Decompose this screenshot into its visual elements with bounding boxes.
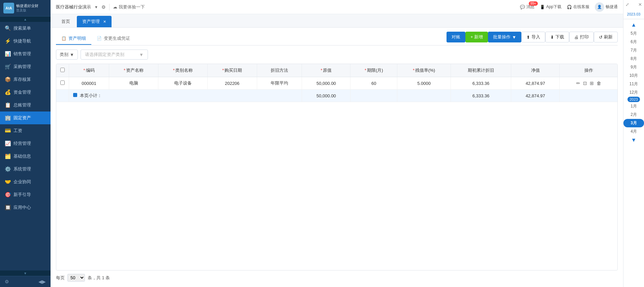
edit-button[interactable]: ✏ [576, 81, 580, 86]
asset-table: *编码 *资产名称 *类别名称 *购买日期 折旧方法 *原值 *期限(月) *残… [56, 64, 617, 102]
sidebar-item-inventory[interactable]: 📦 库存核算 [0, 73, 51, 86]
topbar: 医疗器械行业演示 ▼ ⚙ ☁ 我要体验一下 💬 消息 99+ 📱 App下载 🎧… [51, 0, 623, 14]
subtotal-accumulated-depreciation: 6,333.36 [451, 90, 511, 102]
tab-close-icon[interactable]: ✕ [103, 20, 106, 24]
month-12[interactable]: 12月 [623, 88, 644, 97]
import-button[interactable]: ⬆ 导入 [521, 32, 545, 42]
subtotal-net-value: 42,874.97 [511, 90, 560, 102]
panel-year-label: 2023.03 [623, 11, 644, 19]
finance-icon: 💰 [5, 89, 11, 95]
dl-icon: ⬇ [550, 35, 554, 40]
print-button[interactable]: 🖨 打印 [569, 32, 594, 42]
row-category: 电子设备 [158, 77, 208, 90]
sidebar-item-quick-nav[interactable]: ⚡ 快捷导航 [0, 35, 51, 47]
month-3-current[interactable]: 3月 [623, 119, 644, 127]
month-4[interactable]: 4月 [623, 127, 644, 136]
th-code: *编码 [69, 64, 109, 77]
batch-dropdown-icon: ▼ [512, 35, 516, 40]
sidebar-item-enterprise[interactable]: 🤝 企业协同 [0, 176, 51, 188]
customer-service-button[interactable]: 🎧 在线客服 [567, 4, 589, 10]
subtotal-row: 本页小计： 50,000.00 6,333.36 42,874.97 [56, 90, 617, 102]
collapse-icon[interactable]: ◀▶ [38, 279, 46, 284]
row-asset-name: 电脑 [109, 77, 158, 90]
panel-close-icon[interactable]: ✕ [638, 2, 642, 7]
company-dropdown-icon[interactable]: ▼ [94, 5, 98, 9]
tab-asset-mgmt[interactable]: 资产管理 ✕ [77, 16, 112, 27]
sidebar-item-purchase[interactable]: 🛒 采购管理 [0, 60, 51, 73]
asset-table-wrap: *编码 *资产名称 *类别名称 *购买日期 折旧方法 *原值 *期限(月) *残… [56, 64, 618, 270]
user-menu[interactable]: 👤 畅捷通 [595, 2, 618, 12]
filter-select-arrow: ▼ [70, 52, 74, 57]
per-page-select[interactable]: 50 10 20 100 [67, 274, 85, 282]
month-11[interactable]: 11月 [623, 80, 644, 88]
row-depreciation-method: 年限平均 [257, 77, 302, 90]
filter-bar: 类别 ▼ 请选择固定资产类别 ▼ [56, 50, 618, 60]
sidebar-item-app-center[interactable]: 🔲 应用中心 [0, 201, 51, 214]
th-actions: 操作 [560, 64, 617, 77]
settings-icon[interactable]: ⚙ [5, 279, 9, 284]
sidebar-item-operations[interactable]: 📈 经营管理 [0, 137, 51, 150]
month-1[interactable]: 1月 [623, 102, 644, 110]
subtabs: 📋 资产明细 📄 变更生成凭证 对账 + 新增 批量操作 ▼ ⬆ 导入 [56, 32, 618, 45]
subtab-change-voucher[interactable]: 📄 变更生成凭证 [91, 33, 135, 45]
month-9[interactable]: 9月 [623, 63, 644, 71]
row-actions: ✏ ⊡ ⊞ 🗑 [560, 77, 617, 90]
subtab-asset-detail[interactable]: 📋 资产明细 [56, 33, 91, 45]
row-select-checkbox[interactable] [60, 81, 65, 85]
topbar-divider [109, 4, 110, 10]
search-icon: 🔍 [5, 25, 11, 31]
app-download-button[interactable]: 📱 App下载 [540, 4, 561, 10]
content-area: 📋 资产明细 📄 变更生成凭证 对账 + 新增 批量操作 ▼ ⬆ 导入 [51, 28, 623, 287]
category-filter-select[interactable]: 类别 ▼ [56, 50, 78, 60]
th-original-value: *原值 [302, 64, 350, 77]
sidebar-scroll-up[interactable]: ▲ [0, 17, 51, 22]
service-icon: 🎧 [567, 5, 572, 9]
notification-button[interactable]: 💬 消息 99+ [520, 4, 534, 10]
sidebar-item-payroll[interactable]: 💳 工资 [0, 124, 51, 137]
logo-icon: AtA [3, 3, 14, 13]
avatar: 👤 [595, 2, 604, 12]
company-name: 医疗器械行业演示 [56, 4, 91, 10]
sidebar-item-ledger[interactable]: 📋 总账管理 [0, 99, 51, 111]
notification-icon: 💬 [520, 5, 525, 9]
sidebar-item-fixed-assets[interactable]: 🏢 固定资产 [0, 111, 51, 124]
row-original-value: 50,000.00 [302, 77, 350, 90]
subtotal-original-value: 50,000.00 [302, 90, 350, 102]
download-button[interactable]: ⬇ 下载 [545, 32, 569, 42]
right-panel: ✕ ⤢ 2023.03 ▲ 5月 6月 7月 8月 9月 10月 11月 12月… [623, 0, 644, 287]
operations-icon: 📈 [5, 140, 11, 147]
month-5[interactable]: 5月 [623, 29, 644, 38]
row-net-value: 42,874.97 [511, 77, 560, 90]
reconcile-button[interactable]: 对账 [447, 32, 465, 42]
sidebar-item-guide[interactable]: 🎯 新手引导 [0, 188, 51, 201]
sidebar-item-finance[interactable]: 💰 资金管理 [0, 86, 51, 99]
table-row: 000001 电脑 电子设备 202206 年限平均 50,000.00 60 … [56, 77, 617, 90]
month-6[interactable]: 6月 [623, 38, 644, 46]
sidebar-item-system[interactable]: ⚙️ 系统管理 [0, 163, 51, 176]
row-purchase-date: 202206 [208, 77, 257, 90]
month-10[interactable]: 10月 [623, 71, 644, 80]
month-8[interactable]: 8月 [623, 55, 644, 63]
month-2[interactable]: 2月 [623, 110, 644, 119]
delete-button[interactable]: 🗑 [596, 81, 601, 86]
category-filter-input[interactable]: 请选择固定资产类别 ▼ [81, 50, 148, 60]
logo-sub: 普及版 [16, 8, 38, 13]
sidebar-scroll-down[interactable]: ▼ [0, 270, 51, 276]
refresh-button[interactable]: ↺ 刷新 [594, 32, 618, 42]
topbar-gear-icon[interactable]: ⚙ [101, 4, 106, 10]
batch-button[interactable]: 批量操作 ▼ [488, 32, 521, 42]
sidebar-item-basics[interactable]: 🗂️ 基础信息 [0, 150, 51, 163]
copy-button[interactable]: ⊡ [583, 81, 587, 86]
sidebar-item-sales[interactable]: 📊 销售管理 [0, 47, 51, 60]
more-button[interactable]: ⊞ [590, 81, 594, 86]
purchase-icon: 🛒 [5, 64, 11, 70]
panel-expand-icon[interactable]: ⤢ [625, 2, 629, 7]
sidebar-item-search[interactable]: 🔍 搜索菜单 [0, 22, 51, 35]
month-7[interactable]: 7月 [623, 46, 644, 55]
add-button[interactable]: + 新增 [465, 32, 488, 42]
inventory-icon: 📦 [5, 76, 11, 83]
select-all-checkbox[interactable] [60, 68, 65, 72]
tab-home[interactable]: 首页 [56, 16, 75, 27]
panel-nav-down[interactable]: ▼ [631, 137, 637, 143]
panel-nav-up[interactable]: ▲ [631, 22, 637, 28]
